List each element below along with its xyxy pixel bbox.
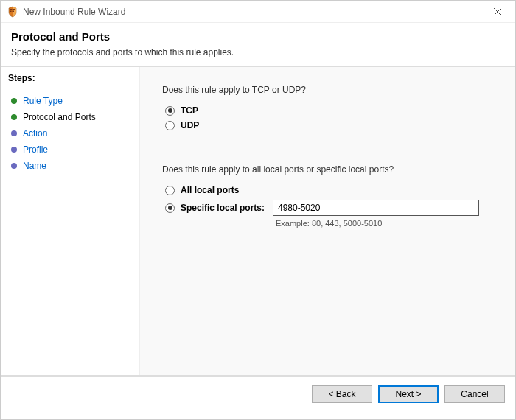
radio-tcp[interactable]	[165, 106, 175, 116]
svg-rect-3	[13, 10, 15, 12]
radio-udp[interactable]	[165, 121, 175, 130]
next-button[interactable]: Next >	[378, 385, 439, 403]
steps-sidebar: Steps: Rule Type Protocol and Ports Acti…	[1, 67, 139, 375]
window-title: New Inbound Rule Wizard	[23, 7, 125, 17]
close-icon	[494, 8, 501, 15]
step-label: Rule Type	[23, 96, 63, 106]
steps-divider	[8, 88, 132, 88]
ports-example: Example: 80, 443, 5000-5010	[276, 219, 495, 228]
step-dot-icon	[11, 114, 17, 120]
radio-all-ports-label: All local ports	[181, 185, 239, 195]
step-dot-icon	[11, 147, 17, 153]
step-dot-icon	[11, 130, 17, 136]
svg-rect-1	[13, 9, 15, 10]
step-action[interactable]: Action	[8, 125, 132, 141]
step-name[interactable]: Name	[8, 158, 132, 174]
step-label: Action	[23, 128, 47, 139]
svg-rect-0	[10, 9, 13, 10]
back-button[interactable]: < Back	[312, 385, 372, 403]
close-button[interactable]	[486, 4, 509, 20]
step-profile[interactable]: Profile	[8, 141, 132, 158]
svg-rect-2	[10, 10, 12, 12]
radio-specific-ports-option[interactable]: Specific local ports:	[165, 203, 273, 213]
footer-buttons: < Back Next > Cancel	[1, 376, 515, 412]
firewall-shield-icon	[7, 6, 18, 18]
radio-udp-label: UDP	[181, 120, 199, 130]
radio-tcp-row[interactable]: TCP	[165, 105, 495, 116]
ports-question: Does this rule apply to all local ports …	[162, 164, 495, 175]
page-header: Protocol and Ports Specify the protocols…	[1, 23, 515, 66]
step-label: Name	[23, 161, 46, 171]
radio-specific-ports-label: Specific local ports:	[181, 203, 265, 213]
radio-all-ports[interactable]	[165, 186, 175, 195]
radio-all-ports-row[interactable]: All local ports	[165, 185, 495, 195]
radio-specific-ports[interactable]	[165, 203, 175, 213]
step-label: Protocol and Ports	[23, 112, 96, 122]
content-area: Steps: Rule Type Protocol and Ports Acti…	[1, 67, 515, 375]
ports-input[interactable]	[273, 200, 479, 216]
page-subtitle: Specify the protocols and ports to which…	[11, 47, 505, 57]
titlebar: New Inbound Rule Wizard	[1, 1, 515, 23]
cancel-button[interactable]: Cancel	[444, 385, 505, 403]
step-label: Profile	[23, 144, 48, 155]
step-dot-icon	[11, 98, 17, 104]
radio-udp-row[interactable]: UDP	[165, 120, 495, 130]
step-dot-icon	[11, 163, 17, 169]
page-title: Protocol and Ports	[11, 30, 505, 43]
radio-specific-ports-row: Specific local ports:	[165, 200, 495, 216]
step-rule-type[interactable]: Rule Type	[8, 93, 132, 109]
steps-heading: Steps:	[8, 73, 132, 83]
step-protocol-ports[interactable]: Protocol and Ports	[8, 109, 132, 125]
main-panel: Does this rule apply to TCP or UDP? TCP …	[139, 67, 515, 375]
protocol-question: Does this rule apply to TCP or UDP?	[162, 85, 495, 95]
radio-tcp-label: TCP	[181, 105, 198, 116]
